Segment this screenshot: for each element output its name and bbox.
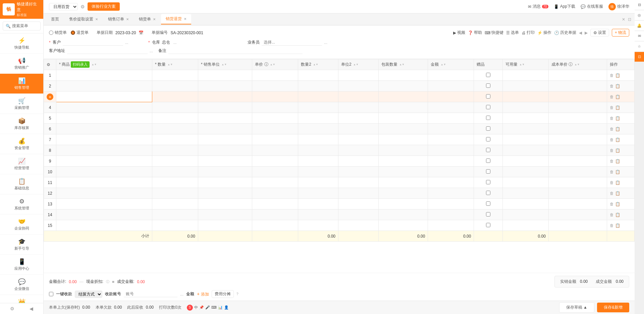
cost-price-cell-3[interactable]: [548, 91, 607, 102]
copy-row-4-button[interactable]: 📋: [615, 105, 620, 110]
copy-row-2-button[interactable]: 📋: [615, 84, 620, 88]
copy-row-8-button[interactable]: 📋: [615, 148, 620, 153]
sales-unit-sort[interactable]: ▲▼: [221, 63, 227, 66]
copy-row-6-button[interactable]: 📋: [615, 127, 620, 131]
unit2-sort[interactable]: ▲▼: [353, 63, 359, 66]
print-button[interactable]: 🖨 打印: [522, 30, 535, 36]
search-menu-button[interactable]: 🔍 搜索菜单: [3, 21, 41, 30]
unit2-cell-1[interactable]: [338, 70, 378, 81]
rfp-btn-6[interactable]: ⊡: [635, 52, 644, 62]
sales-unit-cell-1[interactable]: [198, 70, 252, 81]
user-avatar[interactable]: 徐 徐泽华: [608, 3, 629, 10]
delete-row-10-button[interactable]: 🗑: [610, 170, 614, 174]
prev-bill-button[interactable]: ◀: [579, 30, 582, 35]
quantity-sort[interactable]: ▲▼: [167, 63, 173, 66]
gift-checkbox-3[interactable]: [486, 94, 490, 99]
topbar-gear-button[interactable]: ⚙: [80, 4, 85, 9]
sidebar-item-guide[interactable]: 🎓 新手引导: [0, 235, 43, 255]
delete-row-12-button[interactable]: 🗑: [610, 191, 614, 196]
account-select-dots[interactable]: ...: [180, 292, 183, 297]
delete-row-1-button[interactable]: 🗑: [610, 73, 614, 78]
sidebar-item-basic-info[interactable]: 📋 基础信息: [0, 174, 43, 194]
gift-checkbox-2[interactable]: [486, 83, 490, 88]
sidebar-item-quick-nav[interactable]: ⚡ 快捷导航: [0, 34, 43, 54]
cost-price-cell-2[interactable]: [548, 81, 607, 91]
close-sales-return-tab[interactable]: ✕: [184, 17, 186, 21]
rfp-btn-5[interactable]: ☆: [635, 42, 644, 52]
copy-row-1-button[interactable]: 📋: [615, 73, 620, 78]
sidebar-item-collab[interactable]: 🤝 企业协同: [0, 214, 43, 235]
close-delivery-tab[interactable]: ✕: [153, 17, 156, 21]
collapse-button[interactable]: ◀: [30, 306, 33, 311]
date-picker-button[interactable]: 📅: [139, 30, 144, 35]
note-input[interactable]: [168, 48, 303, 54]
delete-row-11-button[interactable]: 🗑: [610, 180, 614, 185]
sidebar-item-wechat[interactable]: 💬 企业微信: [0, 275, 43, 295]
pack-qty-cell-3[interactable]: [378, 91, 428, 102]
radio-return[interactable]: 退货单: [71, 30, 89, 36]
quantity2-cell-3[interactable]: [298, 91, 338, 102]
radio-delivery-input[interactable]: [49, 30, 53, 35]
close-sales-order-tab[interactable]: ✕: [126, 17, 129, 21]
maximize-tab-button[interactable]: ⊡: [627, 16, 632, 22]
salesperson-select-dots[interactable]: ...: [324, 40, 327, 45]
sidebar-item-purchase[interactable]: 🛒 采购管理: [0, 94, 43, 114]
amount-cell-1[interactable]: [428, 70, 474, 81]
online-service-button[interactable]: 💬 在线客服: [581, 4, 603, 9]
product-input-3[interactable]: [59, 95, 149, 99]
product-cell-3[interactable]: [56, 91, 152, 102]
account-input[interactable]: [124, 291, 177, 297]
tab-home[interactable]: 首页: [46, 14, 64, 24]
rfp-btn-3[interactable]: 🔔: [635, 21, 644, 31]
select-bill-button[interactable]: ☰ 选单: [506, 30, 519, 36]
tab-sales-order[interactable]: 销售订单 ✕: [103, 14, 133, 24]
address-input[interactable]: [67, 48, 148, 54]
sidebar-item-operations[interactable]: 📈 经营管理: [0, 154, 43, 174]
unit-price-cell-1[interactable]: [252, 70, 298, 81]
customer-select-dots[interactable]: ...: [125, 40, 128, 45]
unit-price-sort[interactable]: ▲▼: [270, 63, 275, 66]
settings-button[interactable]: ⚙ 设置: [590, 29, 609, 37]
pack-qty-cell-1[interactable]: [378, 70, 428, 81]
delete-row-13-button[interactable]: 🗑: [610, 202, 614, 206]
available-cell-3[interactable]: [502, 91, 548, 102]
add-payment-button[interactable]: + 添加: [197, 291, 209, 297]
delete-row-3-button[interactable]: 🗑: [610, 95, 614, 99]
calc-method-select[interactable]: 结算方式: [75, 291, 102, 298]
delete-row-9-button[interactable]: 🗑: [610, 159, 614, 164]
salesperson-input[interactable]: [262, 39, 322, 46]
tab-delivery[interactable]: 销货单 ✕: [134, 14, 160, 24]
delete-row-2-button[interactable]: 🗑: [610, 84, 614, 88]
copy-row-12-button[interactable]: 📋: [615, 191, 620, 196]
copy-row-9-button[interactable]: 📋: [615, 159, 620, 164]
quantity-cell-1[interactable]: [152, 70, 198, 81]
pack-qty-sort[interactable]: ▲▼: [399, 63, 405, 66]
message-button[interactable]: ✉ 消息 70: [528, 4, 548, 9]
help-button[interactable]: ❓ 帮助: [468, 30, 482, 36]
unit2-cell-2[interactable]: [338, 81, 378, 91]
amount-cell-3[interactable]: [428, 91, 474, 102]
operate-button[interactable]: ⚡ 操作: [537, 30, 551, 36]
pack-qty-cell-2[interactable]: [378, 81, 428, 91]
unit-price-cell-3[interactable]: [252, 91, 298, 102]
sidebar-item-system[interactable]: ⚙ 系统管理: [0, 194, 43, 214]
copy-row-14-button[interactable]: 📋: [615, 212, 620, 217]
fee-split-button[interactable]: 费用分摊: [212, 290, 234, 298]
sidebar-item-sales[interactable]: 📊 销售管理: [0, 74, 43, 94]
add-logistics-button[interactable]: + 物流: [612, 29, 629, 37]
video-help-button[interactable]: ▶ 视频: [453, 30, 465, 36]
delete-row-5-button[interactable]: 🗑: [610, 116, 614, 121]
delete-row-6-button[interactable]: 🗑: [610, 127, 614, 131]
cost-price-cell-1[interactable]: [548, 70, 607, 81]
sales-unit-cell-3[interactable]: [198, 91, 252, 102]
sales-unit-cell-2[interactable]: [198, 81, 252, 91]
delete-row-8-button[interactable]: 🗑: [610, 148, 614, 153]
product-sort[interactable]: ▲▼: [92, 63, 97, 66]
settings-col-icon[interactable]: ⚙: [47, 62, 50, 67]
add-row-button[interactable]: +: [47, 93, 53, 100]
amount-cell-2[interactable]: [428, 81, 474, 91]
quantity2-cell-1[interactable]: [298, 70, 338, 81]
quantity2-sort[interactable]: ▲▼: [313, 63, 318, 66]
copy-row-5-button[interactable]: 📋: [615, 116, 620, 121]
delete-row-15-button[interactable]: 🗑: [610, 223, 614, 228]
